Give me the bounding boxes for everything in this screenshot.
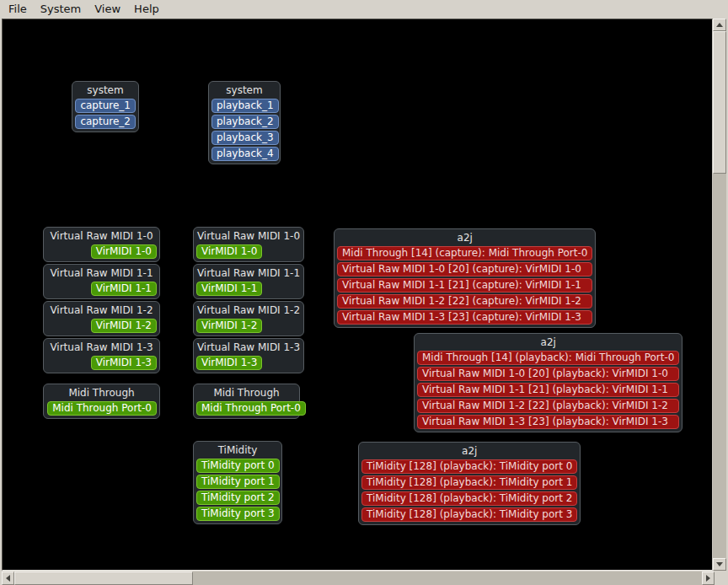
port-virmidi-1-2-in[interactable]: VirMIDI 1-2 bbox=[196, 319, 262, 333]
node-title: Virtual Raw MIDI 1-2 bbox=[196, 303, 301, 317]
node-title: a2j bbox=[337, 231, 592, 244]
node-a2j-timidity[interactable]: a2j TiMidity [128] (playback): TiMidity … bbox=[358, 442, 581, 525]
node-title: Virtual Raw MIDI 1-0 bbox=[196, 229, 301, 243]
port-a2j-capture-midi-through[interactable]: Midi Through [14] (capture): Midi Throug… bbox=[337, 246, 592, 260]
port-virmidi-1-0-in[interactable]: VirMIDI 1-0 bbox=[196, 244, 262, 259]
port-virmidi-1-2-out[interactable]: VirMIDI 1-2 bbox=[91, 319, 157, 333]
port-timidity-port-2[interactable]: TiMidity port 2 bbox=[196, 491, 280, 505]
port-timidity-port-1[interactable]: TiMidity port 1 bbox=[196, 475, 280, 489]
port-playback-1[interactable]: playback_1 bbox=[211, 99, 279, 113]
node-title: Virtual Raw MIDI 1-2 bbox=[46, 303, 157, 317]
arrow-right-icon bbox=[706, 575, 710, 582]
node-virtual-raw-midi-1-2-in[interactable]: Virtual Raw MIDI 1-2 VirMIDI 1-2 bbox=[193, 301, 304, 336]
menu-bar: File System View Help bbox=[0, 0, 728, 19]
node-system-capture[interactable]: system capture_1 capture_2 bbox=[72, 81, 139, 132]
node-virtual-raw-midi-1-1-out[interactable]: Virtual Raw MIDI 1-1 VirMIDI 1-1 bbox=[43, 264, 160, 299]
node-a2j-playback[interactable]: a2j Midi Through [14] (playback): Midi T… bbox=[414, 333, 682, 432]
arrow-down-icon bbox=[716, 562, 723, 566]
node-title: a2j bbox=[361, 444, 577, 458]
node-virtual-raw-midi-1-0-out[interactable]: Virtual Raw MIDI 1-0 VirMIDI 1-0 bbox=[43, 227, 160, 262]
horizontal-scrollbar-thumb[interactable] bbox=[14, 572, 193, 585]
menu-help[interactable]: Help bbox=[127, 1, 166, 18]
port-playback-3[interactable]: playback_3 bbox=[211, 131, 279, 145]
port-timidity-port-3[interactable]: TiMidity port 3 bbox=[196, 507, 280, 521]
horizontal-scrollbar[interactable] bbox=[2, 572, 715, 585]
node-title: system bbox=[75, 83, 136, 97]
port-a2j-capture-virmidi-1-3[interactable]: Virtual Raw MIDI 1-3 [23] (capture): Vir… bbox=[337, 310, 592, 325]
node-virtual-raw-midi-1-2-out[interactable]: Virtual Raw MIDI 1-2 VirMIDI 1-2 bbox=[43, 301, 160, 336]
port-a2j-playback-virmidi-1-2[interactable]: Virtual Raw MIDI 1-2 [22] (playback): Vi… bbox=[417, 399, 679, 413]
node-a2j-capture[interactable]: a2j Midi Through [14] (capture): Midi Th… bbox=[334, 228, 596, 328]
node-midi-through-in[interactable]: Midi Through Midi Through Port-0 bbox=[193, 384, 300, 419]
port-virmidi-1-0-out[interactable]: VirMIDI 1-0 bbox=[91, 244, 157, 259]
node-title: Virtual Raw MIDI 1-1 bbox=[196, 266, 301, 280]
node-title: Midi Through bbox=[196, 386, 297, 400]
port-a2j-timidity-port-0[interactable]: TiMidity [128] (playback): TiMidity port… bbox=[361, 459, 577, 474]
port-a2j-playback-virmidi-1-3[interactable]: Virtual Raw MIDI 1-3 [23] (playback): Vi… bbox=[417, 415, 679, 429]
node-title: Virtual Raw MIDI 1-1 bbox=[46, 266, 157, 280]
port-virmidi-1-1-out[interactable]: VirMIDI 1-1 bbox=[91, 282, 157, 296]
scroll-left-button[interactable] bbox=[2, 572, 14, 585]
node-virtual-raw-midi-1-3-out[interactable]: Virtual Raw MIDI 1-3 VirMIDI 1-3 bbox=[43, 338, 160, 373]
node-virtual-raw-midi-1-1-in[interactable]: Virtual Raw MIDI 1-1 VirMIDI 1-1 bbox=[193, 264, 304, 299]
patchbay-window: File System View Help system capture_1 c… bbox=[0, 0, 728, 585]
scrollbar-corner bbox=[715, 572, 726, 585]
arrow-up-icon bbox=[716, 23, 723, 27]
port-a2j-capture-virmidi-1-0[interactable]: Virtual Raw MIDI 1-0 [20] (capture): Vir… bbox=[337, 262, 592, 276]
scroll-up-button[interactable] bbox=[713, 19, 726, 31]
port-a2j-playback-midi-through[interactable]: Midi Through [14] (playback): Midi Throu… bbox=[417, 351, 679, 365]
node-title: system bbox=[211, 83, 277, 97]
port-a2j-playback-virmidi-1-1[interactable]: Virtual Raw MIDI 1-1 [21] (playback): Vi… bbox=[417, 383, 679, 397]
node-virtual-raw-midi-1-0-in[interactable]: Virtual Raw MIDI 1-0 VirMIDI 1-0 bbox=[193, 227, 304, 262]
port-timidity-port-0[interactable]: TiMidity port 0 bbox=[196, 459, 280, 473]
patchbay-canvas[interactable]: system capture_1 capture_2 system playba… bbox=[2, 19, 713, 571]
port-midi-through-port-0-in[interactable]: Midi Through Port-0 bbox=[196, 401, 306, 416]
port-virmidi-1-3-in[interactable]: VirMIDI 1-3 bbox=[196, 356, 262, 370]
port-virmidi-1-3-out[interactable]: VirMIDI 1-3 bbox=[91, 356, 157, 370]
port-a2j-timidity-port-2[interactable]: TiMidity [128] (playback): TiMidity port… bbox=[361, 491, 577, 506]
node-title: a2j bbox=[417, 335, 679, 349]
node-title: Virtual Raw MIDI 1-0 bbox=[46, 229, 157, 243]
menu-file[interactable]: File bbox=[2, 1, 34, 18]
port-capture-2[interactable]: capture_2 bbox=[75, 115, 136, 129]
scroll-right-button[interactable] bbox=[702, 572, 715, 585]
node-virtual-raw-midi-1-3-in[interactable]: Virtual Raw MIDI 1-3 VirMIDI 1-3 bbox=[193, 338, 304, 373]
port-a2j-timidity-port-3[interactable]: TiMidity [128] (playback): TiMidity port… bbox=[361, 507, 577, 522]
port-a2j-capture-virmidi-1-1[interactable]: Virtual Raw MIDI 1-1 [21] (capture): Vir… bbox=[337, 278, 592, 292]
arrow-left-icon bbox=[6, 575, 10, 582]
menu-system[interactable]: System bbox=[34, 1, 88, 18]
port-a2j-playback-virmidi-1-0[interactable]: Virtual Raw MIDI 1-0 [20] (playback): Vi… bbox=[417, 367, 679, 381]
node-title: Virtual Raw MIDI 1-3 bbox=[196, 341, 301, 354]
vertical-scrollbar-thumb[interactable] bbox=[713, 31, 726, 174]
node-midi-through-out[interactable]: Midi Through Midi Through Port-0 bbox=[43, 384, 160, 419]
node-timidity[interactable]: TiMidity TiMidity port 0 TiMidity port 1… bbox=[193, 441, 282, 524]
vertical-scrollbar-trough[interactable] bbox=[713, 174, 726, 558]
scroll-down-button[interactable] bbox=[713, 558, 726, 571]
port-a2j-timidity-port-1[interactable]: TiMidity [128] (playback): TiMidity port… bbox=[361, 475, 577, 490]
port-capture-1[interactable]: capture_1 bbox=[75, 99, 136, 113]
node-title: TiMidity bbox=[196, 443, 279, 457]
vertical-scrollbar[interactable] bbox=[713, 19, 726, 571]
node-title: Midi Through bbox=[46, 386, 157, 400]
menu-view[interactable]: View bbox=[88, 1, 127, 18]
node-title: Virtual Raw MIDI 1-3 bbox=[46, 341, 157, 354]
node-system-playback[interactable]: system playback_1 playback_2 playback_3 … bbox=[208, 81, 281, 164]
port-playback-4[interactable]: playback_4 bbox=[211, 147, 279, 161]
port-midi-through-port-0-out[interactable]: Midi Through Port-0 bbox=[47, 401, 157, 416]
port-a2j-capture-virmidi-1-2[interactable]: Virtual Raw MIDI 1-2 [22] (capture): Vir… bbox=[337, 294, 592, 309]
horizontal-scrollbar-trough[interactable] bbox=[193, 572, 702, 585]
port-virmidi-1-1-in[interactable]: VirMIDI 1-1 bbox=[196, 282, 262, 296]
port-playback-2[interactable]: playback_2 bbox=[211, 115, 279, 129]
